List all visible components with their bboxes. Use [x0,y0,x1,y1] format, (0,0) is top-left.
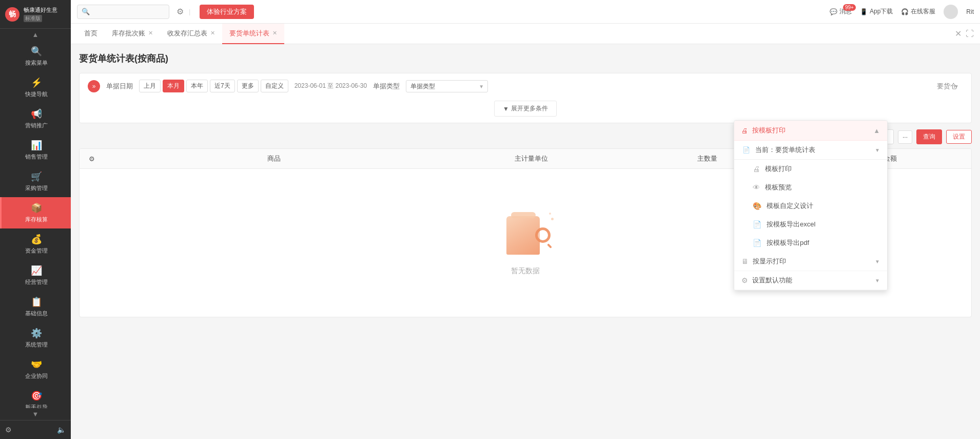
sidebar-item-sales[interactable]: 📊 销售管理 [0,135,71,166]
search-input[interactable] [93,8,154,15]
sidebar-item-search[interactable]: 🔍 搜索菜单 [0,41,71,72]
trial-button[interactable]: 体验行业方案 [200,5,254,19]
date-btn-本月[interactable]: 本月 [163,80,184,92]
dropdown-current-item[interactable]: 📄 当前：要货单统计表 ▼ [734,141,887,159]
expand-more-icon: ▼ [503,105,509,112]
filter-expand-icon[interactable]: » [88,80,100,92]
app-download-btn[interactable]: 📱 App下载 [860,7,893,16]
template-export-excel-label: 按模板导出excel [767,220,815,229]
template-print-icon: 🖨 [753,165,760,173]
topbar-gear-icon[interactable]: ⚙ [177,7,184,16]
sidebar-item-purchase[interactable]: 🛒 采购管理 [0,166,71,197]
settings-action-btn[interactable]: 设置 [946,130,972,144]
doc-type-select[interactable]: 单据类型 [406,80,488,92]
dropdown-item-template-export-excel[interactable]: 📄 按模板导出excel [734,215,887,234]
filter-row-1: » 单据日期 上月本月本年近7天更多自定义 2023-06-01 至 2023-… [88,80,963,92]
tab-order-stats[interactable]: 要货单统计表✕ [222,24,284,44]
online-service-label: 在线客服 [911,7,935,16]
template-export-pdf-label: 按模板导出pdf [767,238,809,247]
messages-btn[interactable]: 💬 消息 99+ [830,7,852,16]
template-export-pdf-icon: 📄 [753,239,761,247]
sidebar-item-operations[interactable]: 📈 经营管理 [0,260,71,291]
dropdown-item-template-export-pdf[interactable]: 📄 按模板导出pdf [734,234,887,252]
date-btn-自定义[interactable]: 自定义 [261,80,288,92]
dropdown-group-display-print[interactable]: 🖥 按显示打印 ▼ [734,252,887,271]
dropdown-header-right: ▲ [873,127,880,135]
dropdown-item-template-custom[interactable]: 🎨 模板自定义设计 [734,197,887,215]
basic-icon: 📋 [31,296,42,308]
sidebar-item-basic[interactable]: 📋 基础信息 [0,291,71,322]
sidebar-scroll-down[interactable]: ▼ [0,408,71,420]
dropdown-group-set-default[interactable]: ⚙ 设置默认功能 ▼ [734,271,887,290]
expand-more-label: 展开更多条件 [511,104,548,113]
online-service-btn[interactable]: 🎧 在线客服 [901,7,935,16]
filter-bar: » 单据日期 上月本月本年近7天更多自定义 2023-06-01 至 2023-… [79,73,972,123]
topbar-right: 💬 消息 99+ 📱 App下载 🎧 在线客服 Rit [830,5,974,19]
sidebar-item-system[interactable]: ⚙️ 系统管理 [0,322,71,354]
settings-icon[interactable]: ⚙ [5,426,12,434]
col-header-settings[interactable]: ⚙ [80,150,104,168]
marketing-label: 营销推广 [25,122,48,129]
template-export-excel-icon: 📄 [753,220,761,228]
date-btn-更多[interactable]: 更多 [237,80,259,92]
tab-bar: 首页库存批次账✕收发存汇总表✕要货单统计表✕ ✕ ⛶ [71,24,980,44]
template-print-label: 模板打印 [765,164,792,174]
finance-label: 资金管理 [25,247,48,255]
dropdown-current-label: 当前：要货单统计表 [755,145,815,155]
app-name: 畅康通好生意 [24,6,57,14]
display-print-icon: 🖥 [741,257,749,265]
tab-close-order-stats[interactable]: ✕ [272,30,277,36]
date-btn-上月[interactable]: 上月 [139,80,161,92]
date-btn-近7天[interactable]: 近7天 [210,80,235,92]
sidebar-item-marketing[interactable]: 📢 营销推广 [0,103,71,135]
dropdown-header[interactable]: 🖨 按模板打印 ▲ [734,121,887,141]
sidebar-item-finance[interactable]: 💰 资金管理 [0,228,71,260]
headset-icon: 🎧 [901,8,909,15]
page-content: 要货单统计表(按商品) » 单据日期 上月本月本年近7天更多自定义 2023-0… [71,44,980,439]
sound-icon[interactable]: 🔈 [57,426,66,434]
date-btn-本年[interactable]: 本年 [186,80,208,92]
display-print-left: 🖥 按显示打印 [741,257,786,266]
maximize-window-btn[interactable]: ⛶ [966,29,974,39]
sidebar-scroll-up[interactable]: ▲ [0,29,71,41]
query-btn[interactable]: 查询 [916,129,942,144]
sidebar: 畅 畅康通好生意 标准版 ▲ 🔍 搜索菜单 ⚡ 快捷导航 📢 营销推广 📊 销售… [0,0,71,439]
dropdown-item-template-print[interactable]: 🖨 模板打印 [734,160,887,178]
dropdown-item-template-preview[interactable]: 👁 模板预览 [734,178,887,197]
tab-close-inventory-batch[interactable]: ✕ [148,30,153,36]
user-avatar[interactable] [944,5,958,19]
sidebar-logo: 畅 畅康通好生意 标准版 [0,0,71,29]
sidebar-item-inventory[interactable]: 📦 库存核算 [0,197,71,228]
window-controls: ✕ ⛶ [955,29,974,39]
inventory-icon: 📦 [31,202,42,214]
basic-label: 基础信息 [25,310,48,317]
marketing-icon: 📢 [31,108,42,120]
messages-badge: 99+ [843,4,856,11]
purchase-icon: 🛒 [31,171,42,182]
tab-inventory-batch[interactable]: 库存批次账✕ [105,24,160,44]
enterprise-label: 企业协同 [25,372,48,380]
tab-receive-summary[interactable]: 收发存汇总表✕ [160,24,222,44]
sidebar-item-enterprise[interactable]: 🤝 企业协同 [0,354,71,385]
sidebar-bottom: ⚙ 🔈 [0,420,71,439]
guide-icon: 🎯 [31,390,42,402]
tab-home[interactable]: 首页 [77,24,105,44]
tab-label-inventory-batch: 库存批次账 [112,29,145,38]
close-window-btn[interactable]: ✕ [955,29,962,39]
app-download-label: App下载 [870,7,893,16]
tab-label-order-stats: 要货单统计表 [229,29,269,38]
tab-close-receive-summary[interactable]: ✕ [210,30,215,36]
dropdown-close-icon[interactable]: ▲ [873,127,880,135]
expand-more-btn[interactable]: ▼ 展开更多条件 [494,101,557,117]
more-options-btn[interactable]: ··· [898,130,912,144]
sidebar-item-quick-nav[interactable]: ⚡ 快捷导航 [0,72,71,103]
operations-label: 经营管理 [25,278,48,286]
enterprise-icon: 🤝 [31,359,42,370]
display-print-label: 按显示打印 [753,257,786,266]
topbar-search-box[interactable]: 🔍 [77,5,169,19]
sidebar-item-guide[interactable]: 🎯 新手引导 [0,385,71,408]
template-custom-label: 模板自定义设计 [767,201,813,211]
col-header-unit: 主计量单位 [444,149,620,168]
topbar: 🔍 ⚙ | 体验行业方案 💬 消息 99+ 📱 App下载 🎧 在线客服 Rit [71,0,980,24]
app-logo-icon: 畅 [5,7,19,22]
